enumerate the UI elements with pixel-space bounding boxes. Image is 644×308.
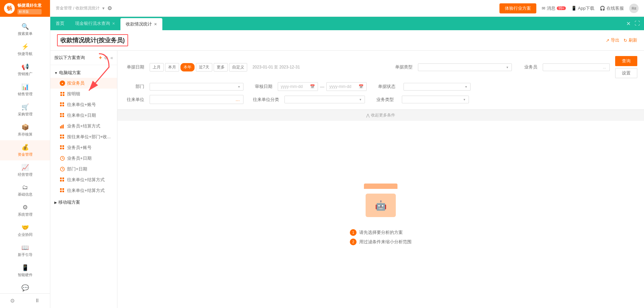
sidebar-item-basic-info[interactable]: 🗂 基础信息 xyxy=(0,181,50,200)
breadcrumb-dropdown[interactable]: ▾ xyxy=(102,6,105,11)
query-btn[interactable]: 查询 xyxy=(615,56,637,66)
tab-close-bank[interactable]: ✕ xyxy=(112,21,115,26)
tab-receipt-stats[interactable]: 收款情况统计 ✕ xyxy=(120,18,162,30)
message-btn[interactable]: ✉ 消息 99+ xyxy=(542,5,566,11)
date-tab-this-month[interactable]: 本月 xyxy=(165,63,179,71)
basic-info-icon: 🗂 xyxy=(22,184,28,191)
partner-select[interactable]: … xyxy=(150,95,244,104)
logo-text-block: 畅捷通好生意 标准版 xyxy=(17,3,42,14)
collapse-footer-btn[interactable]: ⏸ xyxy=(35,298,40,304)
receipt-type-arrow: ▾ xyxy=(506,65,508,69)
sidebar-item-purchase[interactable]: 🛒 采购管理 xyxy=(0,100,50,120)
refresh-icon: ↻ xyxy=(624,38,627,43)
date-tab-this-year[interactable]: 本年 xyxy=(180,63,195,71)
sales-icon: 📊 xyxy=(21,83,29,91)
mobile-group-header[interactable]: ▶ 移动端方案 xyxy=(50,197,117,207)
topbar: 资金管理 / 收款情况统计 ▾ ⚙ 体验行业方案 ✉ 消息 99+ 📱 App下… xyxy=(50,0,644,17)
review-date-end[interactable]: yyyy-mm-dd 📅 xyxy=(326,82,367,91)
settings-gear-btn[interactable]: ⚙ xyxy=(107,5,112,11)
sidebar-item-sales[interactable]: 📊 销售管理 xyxy=(0,80,50,100)
export-icon: ↗ xyxy=(606,38,609,43)
scheme-item-salesperson[interactable]: ● 按业务员 xyxy=(50,78,117,89)
scheme-item-sales-account[interactable]: 业务员+账号 xyxy=(50,142,117,153)
partner-dots[interactable]: … xyxy=(235,97,240,102)
sidebar-item-search[interactable]: 🔍 搜索菜单 xyxy=(0,19,50,40)
trial-btn[interactable]: 体验行业方案 xyxy=(499,3,536,13)
partner-type-select[interactable]: ▾ xyxy=(284,96,365,103)
set-btn[interactable]: 设置 xyxy=(615,68,637,78)
scheme-sales-account-icon xyxy=(60,145,65,150)
tab-close-receipt[interactable]: ✕ xyxy=(154,22,157,27)
date-tab-custom[interactable]: 自定义 xyxy=(229,63,247,71)
receipt-status-select[interactable]: ▾ xyxy=(404,83,471,91)
filter-area: 单据日期 上月 本月 本年 近7天 更多 自定义 2023-01-01 至 20… xyxy=(117,51,644,109)
svg-rect-13 xyxy=(61,125,62,129)
tab-close-all-btn[interactable]: ✕ xyxy=(626,20,631,27)
sidebar-item-guide[interactable]: 📖 新手引导 xyxy=(0,241,50,261)
sidebar: 畅 畅捷通好生意 标准版 🔍 搜索菜单 ⚡ 快捷导航 📢 营销推广 📊 销售管理… xyxy=(0,0,50,308)
svg-rect-3 xyxy=(63,94,64,96)
sidebar-item-hardware[interactable]: 📱 智能硬件 xyxy=(0,261,50,281)
left-panel-header: 按以下方案查询 + ⚙ « xyxy=(50,51,117,65)
date-tabs: 上月 本月 本年 近7天 更多 自定义 xyxy=(150,63,247,71)
business-type-select[interactable]: ▾ xyxy=(402,96,469,103)
sidebar-item-inventory[interactable]: 📦 库存核算 xyxy=(0,120,50,140)
online-service-btn[interactable]: 🎧 在线客服 xyxy=(600,5,624,11)
sidebar-item-quicknav[interactable]: ⚡ 快捷导航 xyxy=(0,40,50,60)
refresh-btn[interactable]: ↻ 刷新 xyxy=(624,37,637,43)
quicknav-icon: ⚡ xyxy=(21,43,29,50)
svg-rect-15 xyxy=(60,135,62,136)
scheme-partner-dept-icon xyxy=(60,134,65,140)
date-tab-7days[interactable]: 近7天 xyxy=(196,63,212,71)
step-2-num: 2 xyxy=(350,239,357,245)
tab-home[interactable]: 首页 xyxy=(50,17,70,30)
scheme-item-partner-settle2[interactable]: 往来单位+结算方式 xyxy=(50,185,117,196)
right-panel: 单据日期 上月 本月 本年 近7天 更多 自定义 2023-01-01 至 20… xyxy=(117,51,644,308)
add-scheme-btn[interactable]: + xyxy=(99,55,102,61)
tab-fullscreen-btn[interactable]: ⛶ xyxy=(635,20,640,27)
scheme-item-sales-settle[interactable]: 业务员+结算方式 xyxy=(50,121,117,132)
app-download-btn[interactable]: 📱 App下载 xyxy=(571,5,594,11)
export-btn[interactable]: ↗ 导出 xyxy=(606,37,620,43)
scheme-partner-date-icon xyxy=(60,113,65,118)
salesperson-select[interactable]: … xyxy=(543,63,610,71)
empty-state: 🤖 1 请先选择要分析的方案 2 用过滤条件来缩小分析范围 xyxy=(117,121,644,308)
scheme-item-sales-date[interactable]: 业务员+日期 xyxy=(50,153,117,164)
scheme-item-partner-account[interactable]: 往来单位+账号 xyxy=(50,99,117,110)
main-body: 按以下方案查询 + ⚙ « ▼ 电脑端方案 xyxy=(50,51,644,308)
inventory-icon: 📦 xyxy=(21,123,29,131)
guide-icon: 📖 xyxy=(21,244,29,251)
tab-bank-flow[interactable]: 现金银行流水查询 ✕ xyxy=(70,17,120,30)
sidebar-item-marketing[interactable]: 📢 营销推广 xyxy=(0,60,50,80)
collapse-more-btn[interactable]: ⋀ 收起更多条件 xyxy=(117,109,644,121)
salesperson-arrow: … xyxy=(603,65,606,69)
scheme-item-partner-dept[interactable]: 按往来单位+部门+收... xyxy=(50,132,117,142)
sidebar-item-operation[interactable]: 📈 经营管理 xyxy=(0,160,50,181)
sidebar-item-system[interactable]: ⚙ 系统管理 xyxy=(0,200,50,220)
logo-area: 畅 畅捷通好生意 标准版 xyxy=(0,0,50,17)
date-tab-last-month[interactable]: 上月 xyxy=(150,63,164,71)
receipt-type-select[interactable]: ▾ xyxy=(418,63,512,71)
partner-label: 往来单位 xyxy=(124,97,144,103)
sidebar-item-finance[interactable]: 💰 资金管理 xyxy=(0,140,50,160)
scheme-item-detail[interactable]: 按明细 xyxy=(50,89,117,99)
wechat-icon: 💬 xyxy=(21,284,29,292)
dept-select[interactable]: ▾ xyxy=(150,83,244,91)
purchase-icon: 🛒 xyxy=(21,103,29,111)
sidebar-item-collab[interactable]: 🤝 企业协同 xyxy=(0,220,50,241)
sidebar-item-wechat[interactable]: 💬 企业微信 xyxy=(0,281,50,293)
sidebar-footer: ⚙ ⏸ xyxy=(0,293,50,308)
scheme-item-partner-date[interactable]: 往来单位+日期 xyxy=(50,110,117,121)
user-avatar[interactable]: Rit xyxy=(629,4,639,13)
settings-scheme-btn[interactable]: ⚙ xyxy=(104,55,108,60)
scheme-item-dept-date[interactable]: 部门+日期 xyxy=(50,164,117,174)
review-date-start[interactable]: yyyy-mm-dd 📅 xyxy=(278,82,318,91)
desktop-group-header[interactable]: ▼ 电脑端方案 xyxy=(50,68,117,78)
scheme-item-partner-settle1[interactable]: 往来单位+结算方式 xyxy=(50,174,117,185)
svg-rect-30 xyxy=(62,177,64,179)
main-area: 资金管理 / 收款情况统计 ▾ ⚙ 体验行业方案 ✉ 消息 99+ 📱 App下… xyxy=(50,0,644,308)
scheme-partner-settle2-icon xyxy=(60,188,65,193)
settings-footer-btn[interactable]: ⚙ xyxy=(10,298,15,304)
collapse-panel-btn[interactable]: « xyxy=(110,55,113,60)
date-tab-more[interactable]: 更多 xyxy=(214,63,228,71)
